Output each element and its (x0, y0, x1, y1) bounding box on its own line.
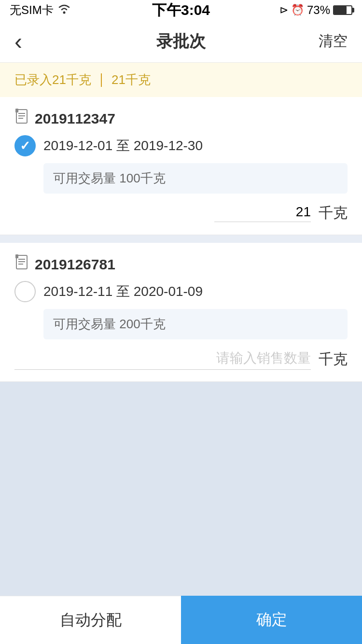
status-time: 下午3:04 (152, 0, 210, 20)
available-qty-2: 可用交易量 200千克 (43, 309, 348, 339)
main-content: 已录入21千克 21千克 2019112347 2 (0, 63, 362, 596)
banner-divider (101, 73, 102, 87)
qty-row-2: 请输入销售数量 千克 (0, 339, 362, 382)
batch-item-2: 2019126781 2019-12-11 至 2020-01-09 可用交易量… (0, 243, 362, 339)
recorded-label: 已录入21千克 (14, 71, 91, 88)
sim-label: 无SIM卡 (10, 2, 54, 18)
batch-date-row-1[interactable]: 2019-12-01 至 2019-12-30 (14, 135, 348, 156)
qty-unit-2: 千克 (319, 350, 348, 369)
batch-icon-1 (14, 109, 31, 128)
qty-value-1: 21 (296, 204, 311, 219)
batch-id-1: 2019112347 (35, 111, 115, 127)
svg-point-0 (63, 12, 65, 14)
auto-distribute-button[interactable]: 自动分配 (0, 596, 181, 644)
radio-unselected-2[interactable] (14, 281, 36, 302)
status-right: ⊳ ⏰ 73% (279, 3, 352, 17)
status-bar: 无SIM卡 下午3:04 ⊳ ⏰ 73% (0, 0, 362, 20)
batch-date-1: 2019-12-01 至 2019-12-30 (43, 137, 203, 155)
wifi-icon (57, 3, 71, 17)
battery-percent: 73% (307, 3, 330, 17)
location-icon: ⊳ (279, 4, 288, 16)
nav-bar: ‹ 录批次 清空 (0, 20, 362, 63)
back-button[interactable]: ‹ (14, 30, 43, 53)
batch-icon-2 (14, 254, 31, 274)
batch-card-2: 2019126781 2019-12-11 至 2020-01-09 可用交易量… (0, 243, 362, 382)
bottom-bar: 自动分配 确定 (0, 596, 362, 644)
page-title: 录批次 (156, 30, 206, 53)
batch-item-1: 2019112347 2019-12-01 至 2019-12-30 可用交易量… (0, 97, 362, 194)
confirm-button[interactable]: 确定 (181, 596, 362, 644)
batch-id-2: 2019126781 (35, 256, 115, 273)
svg-rect-5 (15, 109, 18, 112)
svg-rect-10 (15, 254, 18, 258)
alarm-icon: ⏰ (291, 4, 304, 16)
section-separator (0, 235, 362, 243)
radio-selected-1[interactable] (14, 135, 36, 156)
batch-header-2: 2019126781 (14, 254, 348, 274)
battery-icon (333, 5, 352, 15)
batch-header-1: 2019112347 (14, 109, 348, 128)
batch-card-1: 2019112347 2019-12-01 至 2019-12-30 可用交易量… (0, 97, 362, 235)
clear-button[interactable]: 清空 (319, 31, 348, 51)
available-qty-1: 可用交易量 100千克 (43, 163, 348, 194)
qty-input-1[interactable]: 21 (214, 204, 311, 222)
qty-unit-1: 千克 (319, 203, 348, 223)
batch-date-2: 2019-12-11 至 2020-01-09 (43, 282, 203, 301)
status-left: 无SIM卡 (10, 2, 71, 18)
qty-placeholder-2[interactable]: 请输入销售数量 (14, 349, 311, 370)
total-label: 21千克 (111, 71, 151, 88)
batch-date-row-2[interactable]: 2019-12-11 至 2020-01-09 (14, 281, 348, 302)
qty-row-1: 21 千克 (0, 194, 362, 235)
gray-fill-area (0, 382, 362, 596)
info-banner: 已录入21千克 21千克 (0, 63, 362, 97)
